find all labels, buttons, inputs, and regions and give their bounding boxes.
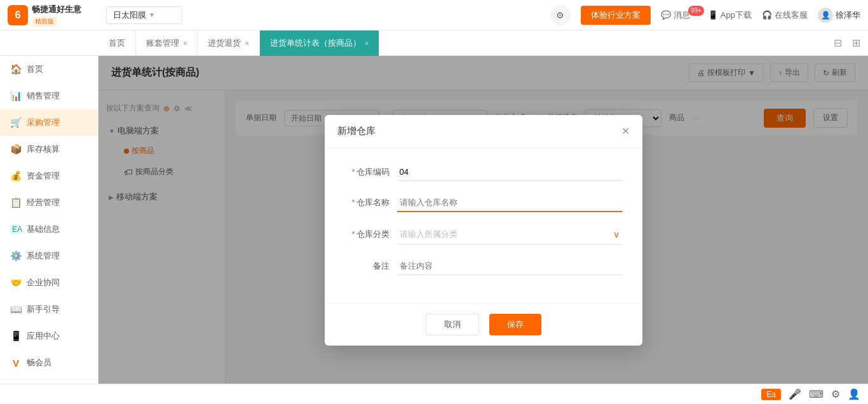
sidebar-item-enterprise[interactable]: 🤝 企业协同 [0, 269, 98, 296]
sidebar-operations-label: 经营管理 [27, 197, 60, 208]
guide-icon: 📖 [10, 304, 22, 315]
trial-button[interactable]: 体验行业方案 [581, 6, 651, 25]
header-actions: ⚙ 体验行业方案 💬 消息 99+ 📱 App下载 🎧 在线客服 👤 徐泽华 [550, 5, 860, 25]
warehouse-category-select[interactable]: 请输入所属分类 ∨ [397, 225, 622, 245]
messages-button[interactable]: 💬 消息 99+ [661, 10, 698, 21]
sidebar: 🏠 首页 📊 销售管理 🛒 采购管理 📦 库存核算 💰 资金管理 📋 经营管理 … [0, 56, 98, 404]
bottom-keyboard-icon[interactable]: ⌨ [809, 388, 824, 400]
form-row-category: 仓库分类 请输入所属分类 ∨ [345, 225, 622, 245]
store-selector[interactable]: 日太阳膜 ▼ [106, 6, 182, 24]
tab-purchase-stats[interactable]: 进货单统计表（按商品） × [260, 30, 379, 56]
tab-home[interactable]: 首页 [98, 30, 136, 56]
sidebar-basic-info-label: 基础信息 [27, 224, 60, 235]
sidebar-item-sales[interactable]: 📊 销售管理 [0, 83, 98, 109]
name-label: 仓库名称 [345, 197, 390, 208]
inventory-icon: 📦 [10, 144, 22, 155]
modal-overlay: 新增仓库 ✕ 仓库编码 仓库名称 仓库分类 [98, 56, 868, 404]
tab-account-close[interactable]: × [183, 39, 187, 47]
message-icon: 💬 [661, 10, 671, 20]
store-dropdown-icon: ▼ [149, 11, 155, 18]
sidebar-item-apps[interactable]: 📱 应用中心 [0, 323, 98, 349]
modal-header: 新增仓库 ✕ [325, 115, 642, 148]
category-label: 仓库分类 [345, 229, 390, 240]
warehouse-code-input[interactable] [397, 163, 622, 181]
category-placeholder: 请输入所属分类 [400, 229, 458, 240]
operations-icon: 📋 [10, 197, 22, 208]
tab-purchase-return-close[interactable]: × [245, 39, 248, 47]
sidebar-item-vip[interactable]: V 畅会员 [0, 349, 98, 376]
tab-purchase-return[interactable]: 进货退货 × [198, 30, 259, 56]
modal-close-button[interactable]: ✕ [621, 125, 630, 137]
username-label: 徐泽华 [836, 10, 860, 21]
logo-area: 6 畅捷通好生意 精简版 [8, 4, 106, 27]
warehouse-name-input[interactable] [397, 194, 622, 212]
home-icon: 🏠 [10, 64, 22, 75]
sidebar-item-inventory[interactable]: 📦 库存核算 [0, 136, 98, 163]
tab-account-label: 账套管理 [146, 37, 179, 49]
sidebar-purchase-label: 采购管理 [27, 117, 60, 128]
save-button[interactable]: 保存 [489, 314, 541, 335]
tab-account[interactable]: 账套管理 × [136, 30, 198, 56]
bottom-microphone-icon[interactable]: 🎤 [789, 388, 801, 400]
form-row-note: 备注 [345, 257, 622, 275]
form-row-code: 仓库编码 [345, 163, 622, 181]
modal-body: 仓库编码 仓库名称 仓库分类 请输入所属分类 ∨ [325, 148, 642, 303]
code-label: 仓库编码 [345, 166, 390, 178]
sidebar-item-home[interactable]: 🏠 首页 [0, 56, 98, 83]
sidebar-item-purchase[interactable]: 🛒 采购管理 [0, 109, 98, 136]
cancel-button[interactable]: 取消 [426, 314, 479, 335]
app-download-label: App下载 [721, 10, 752, 21]
logo-icon: 6 [8, 5, 28, 25]
phone-icon: 📱 [708, 10, 718, 20]
new-warehouse-modal: 新增仓库 ✕ 仓库编码 仓库名称 仓库分类 [325, 115, 642, 346]
sidebar-sales-label: 销售管理 [27, 90, 60, 102]
online-service-button[interactable]: 🎧 在线客服 [762, 10, 808, 21]
sidebar-home-label: 首页 [27, 64, 43, 75]
sales-icon: 📊 [10, 90, 22, 102]
bottom-user-icon[interactable]: 👤 [848, 388, 860, 400]
sidebar-item-system[interactable]: ⚙️ 系统管理 [0, 243, 98, 269]
tab-expand-icon[interactable]: ⊞ [850, 34, 863, 51]
warehouse-note-input[interactable] [397, 257, 622, 275]
content-area: 进货单统计(按商品) 🖨 按模板打印 ▼ ↑ 导出 ↻ 刷新 [98, 56, 868, 404]
tab-home-label: 首页 [109, 37, 125, 49]
sidebar-item-finance[interactable]: 💰 资金管理 [0, 163, 98, 189]
user-area[interactable]: 👤 徐泽华 [818, 8, 860, 23]
finance-icon: 💰 [10, 170, 22, 182]
sidebar-inventory-label: 库存核算 [27, 144, 60, 155]
tab-purchase-stats-close[interactable]: × [365, 39, 369, 47]
vip-icon: V [10, 358, 22, 368]
sidebar-finance-label: 资金管理 [27, 170, 60, 182]
tab-extra-actions: ⊟ ⊞ [831, 34, 868, 51]
app-download-button[interactable]: 📱 App下载 [708, 10, 752, 21]
form-row-name: 仓库名称 [345, 194, 622, 212]
tab-purchase-stats-label: 进货单统计表（按商品） [270, 37, 361, 49]
logo-text-area: 畅捷通好生意 精简版 [32, 4, 81, 27]
store-name: 日太阳膜 [113, 10, 146, 21]
sidebar-vip-label: 畅会员 [27, 357, 51, 368]
tab-purchase-return-label: 进货退货 [208, 37, 241, 49]
bottom-settings-icon[interactable]: ⚙ [831, 388, 840, 400]
headset-icon: 🎧 [762, 10, 772, 20]
sidebar-item-operations[interactable]: 📋 经营管理 [0, 189, 98, 216]
settings-button[interactable]: ⚙ [550, 5, 571, 25]
ea-label: Ea [761, 389, 781, 400]
sidebar-item-basic-info[interactable]: EA 基础信息 [0, 216, 98, 243]
top-header: 6 畅捷通好生意 精简版 日太阳膜 ▼ ⚙ 体验行业方案 💬 消息 99+ 📱 … [0, 0, 868, 30]
sidebar-item-guide[interactable]: 📖 新手引导 [0, 296, 98, 323]
sidebar-guide-label: 新手引导 [27, 304, 60, 315]
sidebar-system-label: 系统管理 [27, 250, 60, 262]
system-icon: ⚙️ [10, 250, 22, 262]
messages-label: 消息 [674, 10, 690, 21]
enterprise-icon: 🤝 [10, 277, 22, 288]
logo-badge: 精简版 [32, 17, 57, 27]
tab-minimize-icon[interactable]: ⊟ [831, 34, 844, 51]
messages-badge: 99+ [688, 6, 704, 16]
user-avatar: 👤 [818, 8, 833, 23]
bottom-status-bar: Ea 🎤 ⌨ ⚙ 👤 [0, 384, 868, 404]
purchase-icon: 🛒 [10, 117, 22, 128]
category-dropdown-icon: ∨ [613, 229, 620, 239]
basic-info-icon: EA [10, 224, 22, 234]
sidebar-enterprise-label: 企业协同 [27, 277, 60, 288]
sidebar-apps-label: 应用中心 [27, 330, 60, 342]
